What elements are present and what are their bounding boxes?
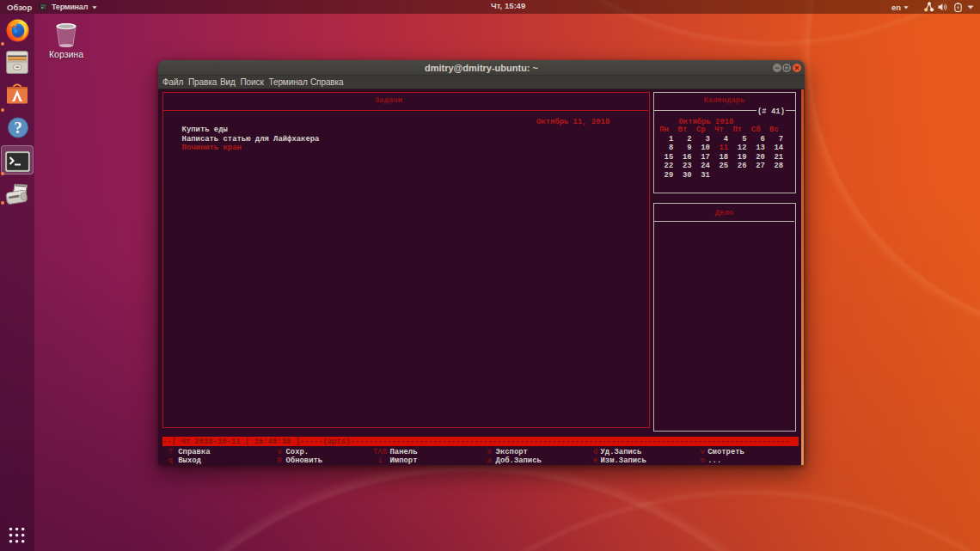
svg-text:?: ? <box>14 119 22 137</box>
